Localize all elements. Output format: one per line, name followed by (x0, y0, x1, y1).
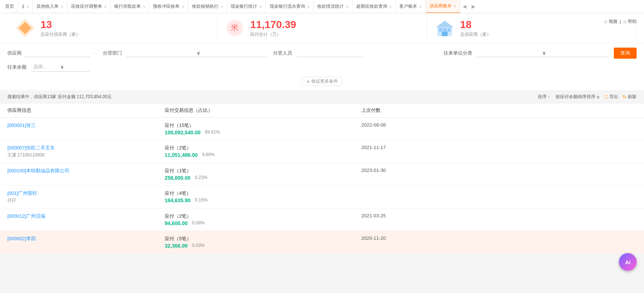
transaction-cell-row1: 应付（15笔） 100,092,540.00 89.61% (165, 122, 361, 135)
filter-balance: 往来余额 选择... ∨ (7, 62, 90, 72)
refresh-button[interactable]: ↻ 刷新 (623, 94, 637, 100)
extra-cell-row5 (479, 213, 637, 226)
amount-link-row6[interactable]: 32,366.00 (165, 243, 188, 249)
export-button[interactable]: ⬡ 导出 (604, 94, 618, 100)
nav-tab-close[interactable]: × (182, 4, 184, 9)
nav-next-arrow[interactable]: ▶ (469, 0, 478, 13)
nav-tab-close[interactable]: × (307, 4, 309, 9)
nav-tab-receipt-verify[interactable]: 收款核销执行× (188, 0, 227, 13)
nav-tab-bank-deposit[interactable]: 银行存取款单× (111, 0, 149, 13)
export-label: 导出 (609, 94, 618, 100)
nav-tab-customer-ledger[interactable]: 客户账本× (396, 0, 426, 13)
amount-link-row3[interactable]: 258,000.00 (165, 175, 190, 181)
nav-tab-close[interactable]: × (143, 4, 145, 9)
transaction-percent-row3: 0.23% (195, 175, 207, 180)
category-label: 往来单位分类 (444, 50, 472, 56)
table-row: [000007]恒旺二手叉车 王通 17106110000 应付（2笔） 11,… (0, 140, 644, 163)
amount-link-row2[interactable]: 11,051,486.00 (165, 152, 198, 158)
supplier-cell-row1: [000001]张三 (7, 122, 165, 135)
table-row: [000001]张三 应付（15笔） 100,092,540.00 89.61%… (0, 118, 644, 140)
result-bar: 搜索结果中，供应商13家 应付金额 111,703,854.00元 排序： 按应… (0, 91, 644, 103)
supplier-link-row4[interactable]: [001]广州荣轩 (7, 190, 37, 196)
transaction-percent-row6: 0.03% (192, 243, 204, 248)
filter-area: 供应商 ··· 分管部门 ∨ 分管人员 ··· 往来单位分类 (0, 43, 644, 91)
nav-tab-receipt-stat[interactable]: 收款情况统计× (314, 0, 352, 13)
transaction-label-row2: 应付（2笔） (165, 145, 361, 151)
supplier-dots: ··· (92, 50, 97, 56)
table-row: [001]广州荣轩 仔仔 应付（4笔） 164,635.90 0.15% (0, 186, 644, 208)
collapse-button[interactable]: ∧ 收起更多条件 (302, 77, 343, 86)
supplier-link-row2[interactable]: [000007]恒旺二手叉车 (7, 145, 55, 151)
nav-tab-other-income[interactable]: 其他收入单× (33, 0, 67, 13)
nav-tab-close[interactable]: × (454, 4, 456, 8)
filter-category: 往来单位分类 ∨ (444, 49, 608, 57)
nav-prev-arrow[interactable]: ◀ (460, 0, 469, 13)
supplier-link-row3[interactable]: [000100]本特勤油品有限公司 (7, 168, 69, 173)
table-row: [000012]广州贝瑞 应付（2笔） 94,600.00 0.08% 2021… (0, 208, 644, 231)
nav-tab-ar-ap-adjust[interactable]: 应收应付调整单× (67, 0, 111, 13)
person-label: 分管人员 (273, 50, 292, 56)
summary-item-payable-suppliers: 13 总应付供应商（家） (7, 18, 217, 38)
supplier-link-row5[interactable]: [000012]广州贝瑞 (7, 213, 45, 219)
nav-tab-label: 3 (22, 4, 24, 9)
supplier-name-row3: [000100]本特勤油品有限公司 (7, 168, 165, 174)
supplier-label: 供应商 (7, 50, 22, 56)
nav-tab-tab3[interactable]: 3× (18, 0, 33, 13)
balance-dropdown[interactable]: 选择... ∨ (31, 62, 90, 72)
balance-arrow: ∨ (60, 64, 88, 70)
nav-tab-home[interactable]: 首页 (1, 0, 18, 13)
svg-rect-6 (443, 28, 447, 32)
summary-number-payable-amount: 11,170.39 (250, 18, 296, 31)
lastpay-cell-row3: 2023-01-30 (361, 168, 479, 181)
extra-cell-row2 (479, 145, 637, 158)
header-transaction: 应付交易信息（占比） (165, 107, 361, 114)
amount-link-row4[interactable]: 164,635.90 (165, 197, 190, 203)
nav-tab-prepay-ar[interactable]: 预收冲应收单× (149, 0, 188, 13)
amount-link-row1[interactable]: 100,092,540.00 (165, 130, 200, 135)
filter-row-1: 供应商 ··· 分管部门 ∨ 分管人员 ··· 往来单位分类 (7, 48, 637, 59)
supplier-link-row6[interactable]: [000002]李四 (7, 236, 36, 241)
sort-dropdown[interactable]: 按应付余额倒序排序 ∨ (556, 94, 600, 100)
nav-tab-supplier-ledger[interactable]: 供应商账本× (426, 0, 460, 13)
summary-label-payable-suppliers: 总应付供应商（家） (41, 31, 80, 38)
result-actions: 排序： 按应付余额倒序排序 ∨ ⬡ 导出 ↻ 刷新 (538, 94, 637, 100)
collapse-label: 收起更多条件 (311, 78, 338, 85)
nav-tab-label: 首页 (5, 3, 14, 10)
nav-tab-cash-bank-stat[interactable]: 现金银行统计× (227, 0, 266, 13)
summary-number-payable-suppliers: 13 (41, 18, 80, 31)
nav-tab-close[interactable]: × (259, 4, 262, 9)
transaction-percent-row4: 0.15% (195, 197, 207, 203)
amount-link-row5[interactable]: 94,600.00 (165, 220, 188, 226)
transaction-amount-row4: 164,635.90 (165, 197, 190, 203)
video-icon: ⊙ (604, 19, 608, 24)
dept-dropdown[interactable]: ∨ (126, 49, 267, 57)
nav-tab-close[interactable]: × (61, 4, 63, 9)
refresh-icon: ↻ (623, 94, 627, 100)
nav-tab-close[interactable]: × (346, 4, 348, 9)
person-input[interactable] (297, 49, 363, 57)
nav-tab-close[interactable]: × (389, 4, 392, 9)
nav-tab-close[interactable]: × (104, 4, 106, 9)
supplier-sub-row4: 仔仔 (7, 197, 165, 204)
lastpay-date-row5: 2021-03-25 (361, 213, 479, 218)
query-button[interactable]: 查询 (614, 48, 637, 59)
category-dropdown[interactable]: ∨ (477, 49, 608, 57)
nav-tab-close[interactable]: × (27, 4, 29, 9)
nav-tab-label: 现金银行流水查询 (270, 3, 305, 10)
transaction-label-row3: 应付（1笔） (165, 168, 361, 174)
help-link[interactable]: 帮助 (628, 18, 637, 25)
supplier-link-row1[interactable]: [000001]张三 (7, 123, 36, 128)
nav-tab-cash-bank-flow[interactable]: 现金银行流水查询× (266, 0, 314, 13)
nav-tab-overdue-ar[interactable]: 超期应收款查询× (353, 0, 396, 13)
lastpay-date-row3: 2023-01-30 (361, 168, 479, 173)
nav-tab-close[interactable]: × (221, 4, 223, 9)
supplier-name-row2: [000007]恒旺二手叉车 (7, 145, 165, 151)
video-link[interactable]: 视频 (609, 18, 617, 25)
collapse-arrow-icon: ∧ (307, 79, 310, 84)
supplier-name-row5: [000012]广州贝瑞 (7, 213, 165, 220)
supplier-input[interactable] (24, 49, 90, 57)
nav-tab-label: 应收应付调整单 (71, 3, 102, 10)
supplier-cell-row4: [001]广州荣轩 仔仔 (7, 190, 165, 204)
nav-tab-close[interactable]: × (419, 4, 421, 9)
summary-content-total-suppliers: 18 总供应商（家） (460, 18, 491, 38)
